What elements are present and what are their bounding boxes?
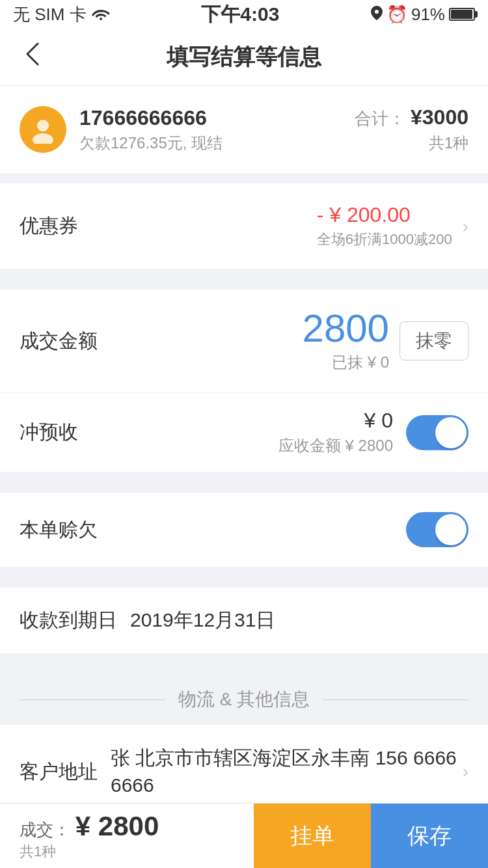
customer-phone: 17666666666 (79, 106, 223, 130)
battery-icon (449, 8, 475, 21)
prepay-row: 冲预收 ¥ 0 应收金额 ¥ 2800 (0, 393, 488, 472)
customer-sub: 欠款1276.35元, 现结 (79, 133, 223, 154)
bottom-deal-row: 成交： ¥ 2800 (20, 811, 234, 842)
debt-section: 本单赊欠 (0, 493, 488, 567)
debt-row: 本单赊欠 (0, 493, 488, 567)
back-button[interactable] (18, 34, 47, 79)
coupon-section: 优惠券 - ¥ 200.00 全场6折满1000减200 › (0, 183, 488, 269)
deal-amount-label: 成交金额 (20, 328, 98, 355)
section-sep-2 (0, 482, 488, 493)
debt-label: 本单赊欠 (20, 517, 98, 543)
prepay-label: 冲预收 (20, 419, 78, 446)
deal-amount-value: 2800 (303, 309, 389, 348)
page-title: 填写结算等信息 (167, 42, 321, 72)
coupon-label: 优惠券 (20, 213, 78, 239)
status-left: 无 SIM 卡 (13, 3, 110, 26)
address-label: 客户地址 (20, 759, 98, 785)
debt-toggle-knob (435, 514, 467, 545)
wifi-icon (92, 5, 110, 25)
deal-amount-sub: 已抹 ¥ 0 (303, 352, 389, 373)
due-date-row: 收款到期日 2019年12月31日 (0, 588, 488, 653)
coupon-right: - ¥ 200.00 全场6折满1000减200 › (317, 203, 468, 249)
customer-info: 17666666666 欠款1276.35元, 现结 (79, 106, 223, 154)
round-zero-button[interactable]: 抹零 (400, 321, 468, 360)
hold-button[interactable]: 挂单 (254, 804, 371, 869)
deal-amount-row: 成交金额 2800 已抹 ¥ 0 抹零 (0, 290, 488, 393)
section-sep-3 (0, 577, 488, 588)
bottom-deal-label: 成交： (20, 820, 70, 839)
bottom-deal-value: ¥ 2800 (75, 811, 159, 841)
customer-total: 合计： ¥3000 共1种 (355, 105, 468, 154)
prepay-toggle[interactable] (406, 415, 468, 450)
total-label-value: 合计： ¥3000 (355, 105, 468, 130)
avatar (20, 106, 66, 153)
battery-text: 91% (411, 5, 445, 25)
customer-left: 17666666666 欠款1276.35元, 现结 (20, 106, 223, 154)
prepay-right: ¥ 0 应收金额 ¥ 2800 (278, 409, 468, 456)
alarm-icon: ⏰ (386, 5, 407, 25)
status-bar: 无 SIM 卡 下午4:03 ⏰ 91% (0, 0, 488, 29)
total-value: ¥3000 (411, 105, 468, 129)
prepay-sub: 应收金额 ¥ 2800 (278, 435, 393, 456)
coupon-sub: 全场6折满1000减200 (317, 230, 452, 249)
customer-card: 17666666666 欠款1276.35元, 现结 合计： ¥3000 共1种 (0, 86, 488, 173)
coupon-value: - ¥ 200.00 (317, 203, 452, 227)
section-sep-4 (0, 664, 488, 674)
bottom-deal-count: 共1种 (20, 842, 234, 861)
location-icon (371, 5, 383, 25)
coupon-row[interactable]: 优惠券 - ¥ 200.00 全场6折满1000减200 › (0, 183, 488, 269)
prepay-value: ¥ 0 (278, 409, 393, 433)
status-time: 下午4:03 (201, 1, 279, 28)
section-sep-1 (0, 279, 488, 290)
due-date-label: 收款到期日 (20, 607, 117, 634)
due-date-value: 2019年12月31日 (130, 607, 275, 634)
svg-point-1 (33, 133, 53, 144)
due-date-section: 收款到期日 2019年12月31日 (0, 588, 488, 653)
svg-point-0 (37, 120, 49, 131)
prepay-amounts: ¥ 0 应收金额 ¥ 2800 (278, 409, 393, 456)
total-label: 合计： (355, 109, 405, 128)
deal-amount-right: 2800 已抹 ¥ 0 抹零 (303, 309, 468, 373)
deal-amount-section: 成交金额 2800 已抹 ¥ 0 抹零 冲预收 ¥ 0 应收金额 ¥ 2800 (0, 290, 488, 472)
logistics-label: 物流 & 其他信息 (178, 687, 310, 712)
bottom-summary: 成交： ¥ 2800 共1种 (0, 811, 254, 861)
divider-line-right (323, 699, 468, 700)
address-value: 张 北京市市辖区海淀区永丰南 156 6666 6666 (111, 744, 463, 799)
save-button[interactable]: 保存 (371, 804, 488, 869)
coupon-chevron-icon: › (463, 216, 468, 237)
sim-text: 无 SIM 卡 (13, 3, 87, 26)
nav-bar: 填写结算等信息 (0, 29, 488, 86)
bottom-bar: 成交： ¥ 2800 共1种 挂单 保存 (0, 803, 488, 868)
deal-amount-col: 2800 已抹 ¥ 0 (303, 309, 389, 373)
logistics-divider: 物流 & 其他信息 (0, 674, 488, 725)
prepay-toggle-knob (435, 417, 467, 448)
total-count: 共1种 (355, 133, 468, 154)
debt-toggle[interactable] (406, 512, 468, 547)
divider-line-left (20, 699, 165, 700)
coupon-value-block: - ¥ 200.00 全场6折满1000减200 (317, 203, 452, 249)
address-chevron-icon: › (463, 761, 468, 782)
status-right: ⏰ 91% (371, 5, 475, 25)
